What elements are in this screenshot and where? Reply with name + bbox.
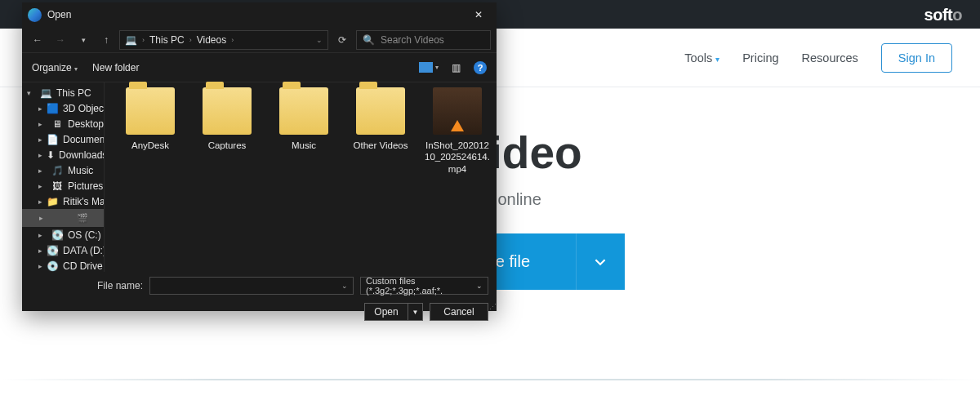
nav-pricing[interactable]: Pricing <box>742 51 778 64</box>
search-icon: 🔍 <box>363 34 375 46</box>
file-item[interactable]: Other Videos <box>346 87 415 272</box>
open-button[interactable]: Open▼ <box>364 303 423 321</box>
back-button[interactable]: ← <box>28 30 47 50</box>
refresh-button[interactable]: ⟳ <box>332 34 353 46</box>
cancel-button[interactable]: Cancel <box>430 303 488 321</box>
resize-grip-icon[interactable]: ⋰ <box>489 305 495 309</box>
filename-input[interactable]: ⌄ <box>149 277 354 295</box>
file-list[interactable]: AnyDeskCapturesMusicOther VideosInShot_2… <box>105 82 497 272</box>
tree-item[interactable]: ▸📄Documents <box>22 131 104 147</box>
forward-button[interactable]: → <box>51 30 70 50</box>
recent-chevron-icon[interactable]: ▾ <box>74 30 93 50</box>
tree-item[interactable]: ▸💿CD Drive (F:) I <box>22 258 104 272</box>
tree-item[interactable]: ▸🎬Videos <box>22 209 105 227</box>
preview-pane-button[interactable]: ▥ <box>452 62 461 73</box>
filetype-select[interactable]: Custom files (*.3g2;*.3gp;*.aaf;*.⌄ <box>360 277 488 295</box>
folder-tree[interactable]: ▾💻This PC▸🟦3D Objects▸🖥Desktop▸📄Document… <box>22 82 105 272</box>
pc-icon: 💻 <box>125 34 137 46</box>
chevron-down-icon[interactable]: ⌄ <box>316 36 323 44</box>
close-icon[interactable]: ✕ <box>460 2 497 27</box>
sign-in-button[interactable]: Sign In <box>881 43 952 73</box>
dialog-title: Open <box>47 9 71 20</box>
breadcrumb[interactable]: 💻› This PC› Videos› ⌄ <box>119 30 328 50</box>
tree-item[interactable]: ▸💽DATA (D:) <box>22 242 104 258</box>
tree-item[interactable]: ▸🟦3D Objects <box>22 100 104 116</box>
file-item[interactable]: Captures <box>193 87 261 272</box>
file-item[interactable]: InShot_20201210_202524614.mp4 <box>423 87 492 272</box>
choose-file-dropdown[interactable] <box>576 233 625 290</box>
nav-tools[interactable]: Tools▾ <box>684 51 719 64</box>
tree-item[interactable]: ▸⬇Downloads <box>22 147 104 162</box>
file-item[interactable]: Music <box>270 87 338 272</box>
address-bar: ← → ▾ ↑ 💻› This PC› Videos› ⌄ ⟳ 🔍Search … <box>22 27 497 53</box>
tree-item[interactable]: ▸🖼Pictures <box>22 178 104 193</box>
file-open-dialog: Open ✕ ← → ▾ ↑ 💻› This PC› Videos› ⌄ ⟳ 🔍… <box>22 2 497 311</box>
help-icon[interactable]: ? <box>474 61 487 74</box>
chevron-down-icon: ▾ <box>715 55 719 64</box>
open-split-icon[interactable]: ▼ <box>408 304 422 320</box>
tree-item[interactable]: ▸📁Ritik's Mate <box>22 193 104 209</box>
file-item[interactable]: AnyDesk <box>116 87 185 272</box>
new-folder-button[interactable]: New folder <box>92 62 139 73</box>
ground-line <box>0 379 980 380</box>
tree-item[interactable]: ▸💽OS (C:) <box>22 227 104 242</box>
search-input[interactable]: 🔍Search Videos <box>356 30 491 50</box>
nav-resources[interactable]: Resources <box>802 51 858 64</box>
dialog-titlebar[interactable]: Open ✕ <box>22 2 497 27</box>
toolbar: Organize ▾ New folder ▾ ▥ ? <box>22 53 497 82</box>
tree-item[interactable]: ▾💻This PC <box>22 85 104 100</box>
edge-icon <box>28 8 42 22</box>
up-button[interactable]: ↑ <box>96 30 116 50</box>
view-button[interactable]: ▾ <box>419 62 439 73</box>
tree-item[interactable]: ▸🖥Desktop <box>22 116 104 131</box>
organize-button[interactable]: Organize ▾ <box>32 62 78 73</box>
filename-label: File name: <box>97 280 143 291</box>
tree-item[interactable]: ▸🎵Music <box>22 162 104 178</box>
breadcrumb-seg[interactable]: This PC› <box>149 34 192 46</box>
breadcrumb-seg[interactable]: Videos› <box>197 34 234 46</box>
brand-logo: softo <box>924 6 962 24</box>
